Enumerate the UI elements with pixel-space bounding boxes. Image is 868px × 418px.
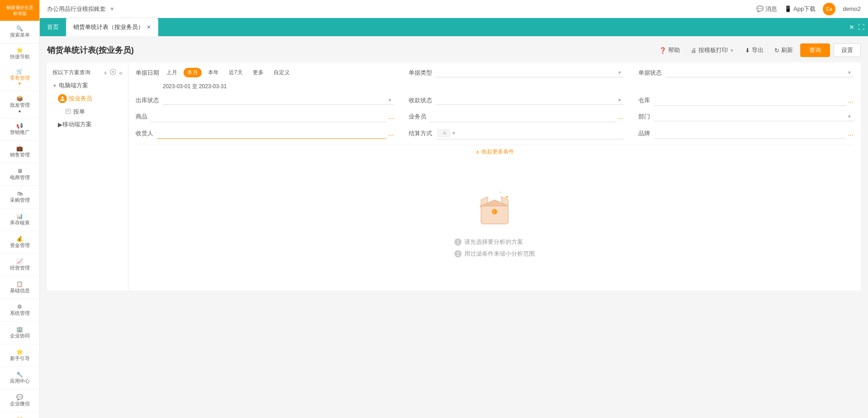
settlement-label: 结算方式 <box>409 129 432 138</box>
wholesale-icon: 📦 <box>2 95 37 102</box>
header-right: 💬 消息 📱 App下载 Ea demo2 <box>756 3 861 15</box>
tab-minimize-icon[interactable]: ✕ <box>849 24 854 31</box>
sidebar-item-finance[interactable]: 💰 资金管理 <box>0 231 39 254</box>
export-icon: ⬇ <box>745 47 750 54</box>
collapse-panel-button[interactable]: « <box>119 69 123 76</box>
tab-maximize-icon[interactable]: ⛶ <box>858 24 864 31</box>
date-label: 单据日期 <box>136 69 159 77</box>
message-button[interactable]: 💬 消息 <box>756 5 777 13</box>
sidebar-item-purchase[interactable]: 🛍 采购管理 <box>0 186 39 209</box>
add-scheme-button[interactable]: + <box>104 69 107 76</box>
tree-subitem-order[interactable]: 按单 <box>47 105 128 118</box>
sidebar-item-enterprise[interactable]: 🏢 企业协同 <box>0 322 39 344</box>
basic-icon: 📋 <box>2 281 37 287</box>
user-avatar[interactable]: Ea <box>823 3 835 15</box>
app-logo[interactable]: 畅捷通好生意 标准版 <box>0 0 39 21</box>
sales-label: 销售管理 <box>2 152 37 158</box>
query-button[interactable]: 查询 <box>800 43 830 57</box>
help-label: 帮助 <box>668 46 680 54</box>
sidebar-item-retail[interactable]: 🛒 零售管理 ▼ <box>0 64 39 91</box>
date-tab-this-year[interactable]: 本年 <box>204 68 222 77</box>
svg-point-1 <box>112 71 114 73</box>
sidebar-item-appstore[interactable]: 🔧 应用中心 <box>0 367 39 390</box>
empty-tip-2: 2 用过滤条件来缩小分析范围 <box>454 250 535 258</box>
tree-node-mobile[interactable]: ▶ 移动端方案 <box>47 118 128 131</box>
settlement-tag-close[interactable]: ✕ <box>443 130 447 136</box>
doc-status-select[interactable]: ▼ <box>665 68 854 77</box>
goods-input[interactable] <box>151 111 386 122</box>
date-tab-last-month[interactable]: 上月 <box>163 68 181 77</box>
edit-scheme-button[interactable] <box>110 69 116 76</box>
sidebar-item-member[interactable]: 👑 畅会员 <box>0 412 39 418</box>
department-select[interactable]: ▼ <box>654 112 854 121</box>
tab-sales-stat[interactable]: 销货单统计表（按业务员） ✕ <box>66 18 158 36</box>
left-panel-title: 按以下方案查询 <box>52 69 90 76</box>
sidebar-item-newbie[interactable]: 🌟 新手引导 <box>0 344 39 367</box>
recipient-dots[interactable]: ... <box>388 129 394 138</box>
settings-button[interactable]: 设置 <box>834 43 861 57</box>
brand-dots[interactable]: ... <box>848 129 854 138</box>
avatar-initials: Ea <box>826 6 832 12</box>
sidebar-item-wholesale[interactable]: 📦 批发管理 ▲ <box>0 91 39 118</box>
sidebar-item-ecommerce[interactable]: 🖥 电商管理 <box>0 163 39 186</box>
page-header: 销货单统计表(按业务员) ❓ 帮助 🖨 按模板打印 ▼ ⬇ 导出 <box>47 43 861 57</box>
sidebar-item-search[interactable]: 🔍 搜索菜单 <box>0 21 39 43</box>
recipient-input[interactable] <box>157 128 386 139</box>
warehouse-label: 仓库 <box>638 96 650 104</box>
content-area: 销货单统计表(按业务员) ❓ 帮助 🖨 按模板打印 ▼ ⬇ 导出 <box>40 36 868 418</box>
tab-close-icon[interactable]: ✕ <box>146 24 151 30</box>
print-button[interactable]: 🖨 按模板打印 ▼ <box>687 44 738 56</box>
app-download-button[interactable]: 📱 App下载 <box>784 5 816 13</box>
sidebar-item-inventory[interactable]: 📊 库存核算 <box>0 209 39 231</box>
tree-arrow-desktop: ▼ <box>52 83 57 88</box>
page-title: 销货单统计表(按业务员) <box>47 45 134 56</box>
marketing-label: 营销推广 <box>2 129 37 136</box>
collapse-bar[interactable]: ∧ 收起更多条件 <box>136 145 854 158</box>
date-tab-custom[interactable]: 自定义 <box>270 68 293 77</box>
tree-child-salesperson[interactable]: 按业务员 <box>47 92 128 105</box>
retail-label: 零售管理 <box>2 75 37 81</box>
sidebar-item-system[interactable]: ⚙ 系统管理 <box>0 299 39 322</box>
chevron-up-icon: ▲ <box>2 109 37 113</box>
marketing-icon: 📢 <box>2 123 37 129</box>
export-label: 导出 <box>752 46 764 54</box>
top-header: 办公用品行业模拟账套 ▼ 💬 消息 📱 App下载 Ea demo2 <box>40 0 868 18</box>
delivery-select[interactable]: ▼ <box>163 96 394 105</box>
doc-type-select[interactable]: ▼ <box>436 68 624 77</box>
salesperson-dots[interactable]: ... <box>618 113 623 121</box>
date-tab-this-month[interactable]: 本月 <box>184 68 202 77</box>
export-button[interactable]: ⬇ 导出 <box>741 44 767 56</box>
filter-item-department: 部门 ▼ <box>638 112 854 121</box>
tab-home[interactable]: 首页 <box>40 18 66 36</box>
finance-icon: 💰 <box>2 236 37 242</box>
tree-node-desktop[interactable]: ▼ 电脑端方案 <box>47 79 128 92</box>
collapse-label: 收起更多条件 <box>481 148 514 156</box>
empty-tip-1: 1 请先选择要分析的方案 <box>454 238 535 246</box>
user-name[interactable]: demo2 <box>843 5 861 12</box>
goods-dots[interactable]: ... <box>388 113 394 121</box>
sidebar-item-basic[interactable]: 📋 基础信息 <box>0 276 39 299</box>
brand-input[interactable] <box>654 128 846 139</box>
warehouse-input[interactable] <box>654 95 846 106</box>
sidebar-item-wechat[interactable]: 💬 企业微信 <box>0 390 39 412</box>
svg-text:✦: ✦ <box>505 194 509 200</box>
filter-item-recipient: 收货人 ... <box>136 128 394 139</box>
salesperson-input[interactable] <box>430 111 616 122</box>
sidebar-item-operations[interactable]: 📈 经营管理 <box>0 254 39 276</box>
payment-select[interactable]: ▼ <box>436 96 624 105</box>
sidebar-item-marketing[interactable]: 📢 营销推广 <box>0 118 39 141</box>
refresh-button[interactable]: ↻ 刷新 <box>771 44 797 56</box>
sidebar-item-quick[interactable]: ⭐ 快捷导航 <box>8 43 32 64</box>
date-tab-7days[interactable]: 近7天 <box>225 68 246 77</box>
settlement-select[interactable]: ▼ <box>452 131 622 136</box>
delivery-arrow-icon: ▼ <box>388 98 392 103</box>
dropdown-arrow-icon[interactable]: ▼ <box>109 6 115 12</box>
system-icon: ⚙ <box>2 304 37 310</box>
sidebar-item-sales[interactable]: 💼 销售管理 <box>0 141 39 163</box>
help-button[interactable]: ❓ 帮助 <box>656 44 684 56</box>
dropdown-title[interactable]: 办公用品行业模拟账套 <box>47 5 106 13</box>
warehouse-dots[interactable]: ... <box>848 96 854 104</box>
tab-sales-stat-label: 销货单统计表（按业务员） <box>73 23 144 31</box>
date-tab-more[interactable]: 更多 <box>249 68 267 77</box>
goods-label: 商品 <box>136 113 147 121</box>
